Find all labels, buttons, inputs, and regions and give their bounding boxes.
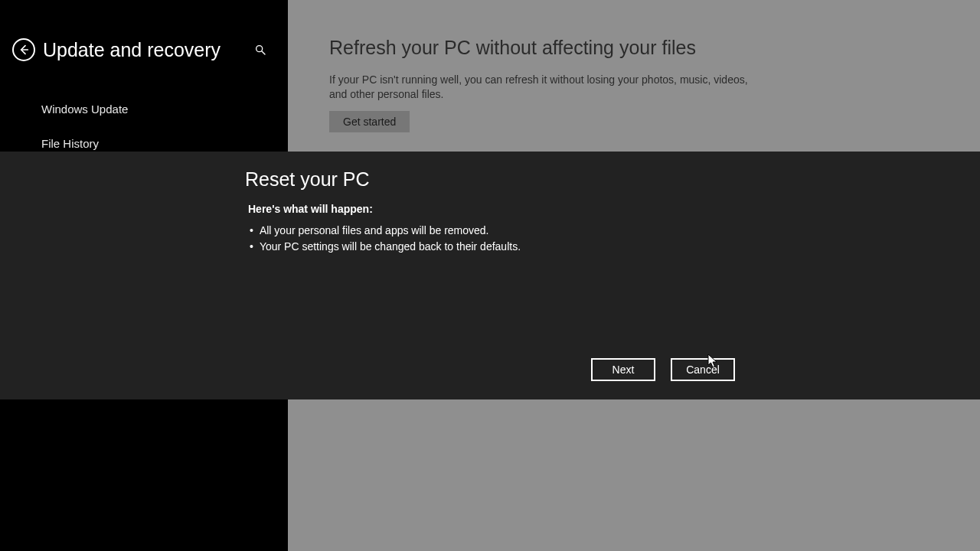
next-button[interactable]: Next (591, 358, 655, 381)
back-button[interactable] (12, 38, 35, 61)
svg-point-1 (256, 46, 263, 52)
dialog-buttons: Next Cancel (591, 358, 735, 381)
dialog-bullet: All your personal files and apps will be… (248, 223, 735, 239)
dialog-bullet: Your PC settings will be changed back to… (248, 239, 735, 255)
dialog-subtitle: Here's what will happen: (248, 203, 735, 215)
dialog-title: Reset your PC (245, 168, 735, 191)
search-button[interactable] (253, 42, 268, 57)
get-started-button[interactable]: Get started (329, 111, 410, 132)
refresh-heading: Refresh your PC without affecting your f… (329, 37, 939, 59)
cancel-button[interactable]: Cancel (671, 358, 735, 381)
arrow-left-icon (18, 44, 30, 56)
refresh-description: If your PC isn't running well, you can r… (329, 73, 758, 102)
svg-line-2 (262, 51, 265, 54)
page-title: Update and recovery (43, 39, 245, 61)
sidebar-item-windows-update[interactable]: Windows Update (41, 92, 288, 126)
sidebar-header: Update and recovery (0, 0, 288, 61)
nav-list: Windows Update File History (0, 92, 288, 161)
search-icon (254, 44, 266, 56)
reset-pc-dialog: Reset your PC Here's what will happen: A… (0, 152, 980, 399)
dialog-bullet-list: All your personal files and apps will be… (248, 223, 735, 255)
